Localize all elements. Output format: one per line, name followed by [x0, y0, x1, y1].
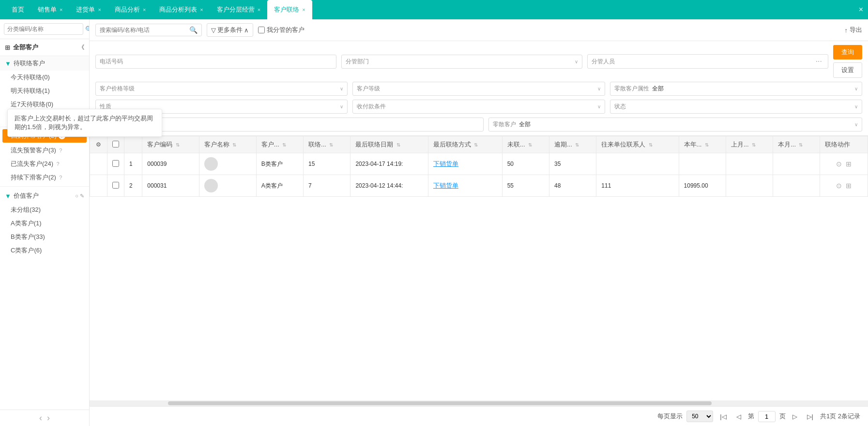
price-level-field[interactable]: 客户价格等级 ∨	[95, 82, 348, 96]
row1-grid-icon[interactable]: ⊞	[846, 160, 852, 168]
my-customer-checkbox-wrap[interactable]: 我分管的客户	[258, 26, 305, 34]
row2-link-icon[interactable]: ⊙	[836, 182, 842, 190]
sidebar-item-churned[interactable]: 已流失客户(24) ?	[0, 157, 89, 171]
sidebar-item-tomorrow[interactable]: 明天待联络(1)	[0, 84, 89, 98]
col-date-sort-icon[interactable]: ⇅	[396, 142, 400, 147]
row1-checkbox-cell[interactable]	[107, 153, 124, 175]
collapse-icon[interactable]: 《	[78, 44, 84, 52]
top-nav: 首页 销售单 × 进货单 × 商品分析 × 商品分析列表 × 客户分层经营 × …	[0, 0, 868, 19]
col-last-date-header[interactable]: 最后联络日期 ⇅	[350, 136, 428, 153]
col-category-header[interactable]: 客户... ⇅	[256, 136, 303, 153]
my-customer-checkbox[interactable]	[258, 27, 265, 33]
sidebar-item-declining[interactable]: 持续下滑客户(2) ?	[0, 171, 89, 184]
horizontal-scrollbar[interactable]	[90, 400, 868, 406]
export-button[interactable]: ↑ 导出	[845, 26, 863, 34]
scrollbar-thumb[interactable]	[168, 401, 712, 405]
col-last-month-header[interactable]: 上月... ⇅	[726, 136, 773, 153]
nav-customer-tier-close[interactable]: ×	[258, 7, 260, 13]
col-this-month-header[interactable]: 本月... ⇅	[773, 136, 820, 153]
next-page-btn[interactable]: ▷	[790, 411, 800, 422]
prev-page-btn[interactable]: ◁	[733, 411, 744, 422]
col-name-header[interactable]: 客户名称 ⇅	[199, 136, 257, 153]
search-input[interactable]	[100, 27, 189, 33]
col-contact-header[interactable]: 联络... ⇅	[304, 136, 350, 153]
sidebar-scroll-left[interactable]: ‹	[39, 413, 42, 423]
nav-customer-contact[interactable]: 客户联络 ×	[267, 0, 312, 19]
window-close-icon[interactable]: ×	[859, 5, 863, 14]
col-code-sort-icon[interactable]: ⇅	[176, 142, 180, 147]
first-page-btn[interactable]: |◁	[717, 411, 729, 422]
manager-more-icon[interactable]: ···	[814, 57, 824, 66]
row2-checkbox-cell[interactable]	[107, 175, 124, 197]
col-checkbox-header[interactable]	[107, 136, 124, 153]
status-field[interactable]: 状态 ∨	[610, 100, 862, 114]
col-contact-sort-icon[interactable]: ⇅	[329, 142, 333, 147]
row1-link-icon[interactable]: ⊙	[836, 160, 842, 168]
col-uncontact-sort-icon[interactable]: ⇅	[528, 142, 532, 147]
last-page-btn[interactable]: ▷|	[804, 411, 816, 422]
row2-method-link[interactable]: 下销货单	[433, 182, 458, 189]
settings-button[interactable]: 设置	[833, 62, 862, 78]
row2-checkbox[interactable]	[112, 182, 119, 189]
col-year-sort-icon[interactable]: ⇅	[705, 142, 709, 147]
waiting-group-title[interactable]: ▼ 待联络客户	[0, 56, 89, 71]
col-last-method-header[interactable]: 最后联络方式 ⇅	[428, 136, 502, 153]
row1-method-link[interactable]: 下销货单	[433, 160, 458, 167]
col-overdue-header[interactable]: 逾期... ⇅	[549, 136, 596, 153]
col-code-header[interactable]: 客户编码 ⇅	[142, 136, 199, 153]
nav-sales[interactable]: 销售单 ×	[31, 0, 69, 19]
nav-purchase-close[interactable]: ×	[98, 7, 101, 13]
nav-product-list-close[interactable]: ×	[200, 7, 203, 13]
nav-product-analysis-close[interactable]: ×	[143, 7, 146, 13]
query-button[interactable]: 查询	[833, 45, 862, 59]
more-filter-button[interactable]: ▽ 更多条件 ∧	[207, 23, 253, 37]
col-this-year-header[interactable]: 本年... ⇅	[679, 136, 726, 153]
sidebar-item-churn-warning[interactable]: 流失预警客户(3) ?	[0, 144, 89, 157]
row1-checkbox[interactable]	[112, 160, 119, 167]
sidebar-search-input[interactable]	[4, 23, 83, 35]
col-name-sort-icon[interactable]: ⇅	[232, 142, 236, 147]
nav-customer-tier[interactable]: 客户分层经营 ×	[210, 0, 267, 19]
col-method-sort-icon[interactable]: ⇅	[474, 142, 478, 147]
sidebar-item-today[interactable]: 今天待联络(0)	[0, 71, 89, 84]
sidebar-item-b-class[interactable]: B类客户(33)	[0, 230, 89, 244]
row2-this-year: 10995.00	[679, 175, 726, 197]
manager-field[interactable]: 分管人员 ···	[587, 54, 828, 69]
customer-level-field[interactable]: 客户等级 ∨	[352, 82, 605, 96]
col-contacts-sort-icon[interactable]: ⇅	[649, 142, 653, 147]
row1-last-method[interactable]: 下销货单	[428, 153, 502, 175]
sidebar-item-a-class[interactable]: A类客户(1)	[0, 217, 89, 230]
nav-home[interactable]: 首页	[5, 0, 31, 19]
page-input[interactable]	[758, 411, 776, 422]
nav-product-analysis[interactable]: 商品分析 ×	[108, 0, 152, 19]
nav-product-list[interactable]: 商品分析列表 ×	[152, 0, 210, 19]
col-lastmonth-sort-icon[interactable]: ⇅	[752, 142, 756, 147]
row2-last-method[interactable]: 下销货单	[428, 175, 502, 197]
nav-sales-close[interactable]: ×	[60, 7, 62, 13]
value-group-title[interactable]: ▼ 价值客户 ○ ✎	[0, 189, 89, 203]
sidebar-search-icon[interactable]: 🔍	[85, 26, 90, 33]
payment-field[interactable]: 收付款条件 ∨	[352, 100, 605, 114]
col-uncontact-header[interactable]: 未联... ⇅	[502, 136, 549, 153]
phone-field[interactable]: 电话号码	[95, 55, 336, 69]
sidebar-item-unclassified[interactable]: 未分组(32)	[0, 203, 89, 217]
select-all-checkbox[interactable]	[112, 141, 119, 147]
retail-attr-field[interactable]: 零散客户属性 全部 ∨	[610, 82, 862, 96]
search-icon[interactable]: 🔍	[189, 26, 198, 34]
col-thismonth-sort-icon[interactable]: ⇅	[799, 142, 803, 147]
per-page-select[interactable]: 50 100 200	[686, 411, 713, 422]
nav-purchase[interactable]: 进货单 ×	[69, 0, 107, 19]
nav-customer-contact-close[interactable]: ×	[302, 7, 305, 13]
all-customers-title[interactable]: ⊞ 全部客户 《	[0, 39, 89, 56]
col-category-sort-icon[interactable]: ⇅	[282, 142, 286, 147]
col-contacts-person-header[interactable]: 往来单位联系人 ⇅	[596, 136, 679, 153]
sidebar-item-c-class[interactable]: C类客户(6)	[0, 244, 89, 257]
col-settings-header[interactable]: ⚙	[90, 136, 107, 153]
sidebar-scroll-right[interactable]: ›	[47, 413, 50, 423]
department-field[interactable]: 分管部门 ∨	[341, 55, 582, 69]
customer-type-field[interactable]: 客户类型	[110, 118, 484, 132]
edit-icons[interactable]: ○ ✎	[75, 193, 84, 199]
retail-customer-field[interactable]: 零散客户 全部 ∨	[488, 118, 862, 132]
row2-grid-icon[interactable]: ⊞	[846, 182, 852, 190]
col-overdue-sort-icon[interactable]: ⇅	[575, 142, 579, 147]
